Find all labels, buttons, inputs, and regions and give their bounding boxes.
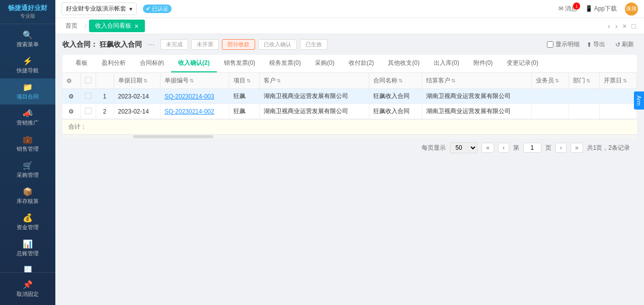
td-project: 狂飙 — [229, 104, 259, 119]
per-page-select[interactable]: 50 100 200 — [450, 142, 477, 153]
select-all-checkbox[interactable] — [85, 77, 92, 83]
show-detail-checkbox[interactable]: 显示明细 — [547, 40, 580, 49]
prev-page-button[interactable]: ‹ — [498, 143, 509, 153]
inner-tab-合同标的[interactable]: 合同标的 — [133, 55, 171, 72]
td-bill-no[interactable]: SQ-20230214-002 — [160, 104, 229, 119]
th-open-date[interactable]: 开票日⇅ — [599, 73, 636, 89]
td-settings[interactable]: ⚙ — [62, 89, 80, 104]
inner-tab-变更记录[interactable]: 变更记录(0) — [500, 55, 545, 72]
page-number-input[interactable] — [523, 143, 541, 153]
side-tooltip[interactable]: Arm — [634, 91, 644, 110]
row-checkbox[interactable] — [85, 108, 92, 114]
app-download-button[interactable]: 📱 App下载 — [585, 5, 617, 13]
th-bill-no[interactable]: 单据编号⇅ — [160, 73, 229, 89]
sort-customer-icon: ⇅ — [277, 78, 281, 83]
td-contract: 狂飙收入合同 — [369, 89, 422, 104]
th-settings[interactable]: ⚙ — [62, 73, 80, 89]
horizontal-scrollbar[interactable] — [62, 134, 637, 138]
td-check[interactable] — [80, 104, 96, 119]
td-bill-no[interactable]: SQ-20230214-003 — [160, 89, 229, 104]
app-download-label: App下载 — [594, 5, 617, 12]
inner-tab-出入库[interactable]: 出入库(0) — [427, 55, 466, 72]
status-btn-uninvoiced[interactable]: 未开票 — [191, 39, 219, 50]
bill-no-link[interactable]: SQ-20230214-003 — [165, 93, 214, 100]
sidebar-item-label: 搜索菜单 — [17, 41, 39, 48]
th-contract[interactable]: 合同名称⇅ — [369, 73, 422, 89]
inner-tab-附件[interactable]: 附件(0) — [466, 55, 500, 72]
export-label: 导出 — [593, 40, 605, 49]
sidebar-item-营销推广[interactable]: 📣营销推广 — [0, 105, 55, 131]
tab-prev-button[interactable]: ‹ — [606, 21, 612, 31]
message-button[interactable]: ✉ 消息 1 — [558, 5, 577, 13]
sidebar-item-搜索菜单[interactable]: 🔍搜索菜单 — [0, 26, 55, 52]
inner-tab-采购[interactable]: 采购(0) — [308, 55, 342, 72]
sidebar: 畅捷通好业财 专业版 🔍搜索菜单⚡快捷导航📁项目合同📣营销推广💼销售管理🛒采购管… — [0, 0, 55, 305]
sort-settle-icon: ⇅ — [451, 78, 455, 83]
th-project[interactable]: 项目⇅ — [229, 73, 259, 89]
company-selector[interactable]: 好业财专业版演示帐套 ▾ — [61, 3, 137, 15]
status-btn-partial[interactable]: 部分收款 — [222, 39, 255, 50]
tab-home[interactable]: 首页 — [61, 22, 82, 30]
tab-contract-board[interactable]: 收入合同看板 × — [89, 20, 144, 32]
refresh-button[interactable]: ↺ 刷新 — [612, 39, 637, 50]
sidebar-item-unpin[interactable]: 📌 取消固定 — [0, 276, 55, 302]
inner-tab-收付款[interactable]: 收付款(2) — [342, 55, 381, 72]
tab-controls: ‹ › × □ — [606, 21, 638, 31]
sidebar-item-销售管理[interactable]: 💼销售管理 — [0, 131, 55, 157]
inner-tab-看板[interactable]: 看板 — [68, 55, 95, 72]
sidebar-item-发票管理[interactable]: 🧾发票管理 — [0, 261, 55, 272]
sidebar-item-资金管理[interactable]: 💰资金管理 — [0, 209, 55, 235]
first-page-button[interactable]: « — [481, 143, 494, 153]
side-tooltip-text: Arm — [636, 95, 642, 106]
row-checkbox[interactable] — [85, 92, 92, 99]
td-dept — [569, 104, 599, 119]
next-page-button[interactable]: › — [555, 143, 567, 153]
more-button[interactable]: ··· — [148, 40, 154, 49]
last-page-button[interactable]: » — [571, 143, 583, 153]
tab-close-icon[interactable]: × — [134, 22, 138, 30]
sidebar-item-项目合同[interactable]: 📁项目合同 — [0, 78, 55, 105]
td-dept — [569, 89, 599, 104]
app-logo-sub: 专业版 — [0, 13, 55, 20]
data-table: ⚙ 单据日期⇅ 单据编号⇅ 项目⇅ 客户⇅ 合同名称⇅ 结算客户⇅ 业务员⇅ 部… — [62, 73, 637, 119]
sidebar-item-快捷导航[interactable]: ⚡快捷导航 — [0, 52, 55, 78]
check-icon: ✔ — [146, 6, 150, 12]
tab-next-button[interactable]: › — [613, 21, 620, 31]
sort-bill-icon: ⇅ — [190, 78, 194, 83]
status-btn-confirmed[interactable]: 已收入确认 — [258, 39, 297, 50]
sidebar-icon: 🧾 — [23, 265, 33, 272]
sidebar-item-库存核算[interactable]: 📦库存核算 — [0, 183, 55, 209]
show-detail-input[interactable] — [547, 41, 553, 48]
sidebar-item-采购管理[interactable]: 🛒采购管理 — [0, 157, 55, 183]
status-btn-incomplete[interactable]: 未完成 — [160, 39, 188, 50]
chevron-down-icon: ▾ — [129, 6, 132, 13]
sidebar-item-总账管理[interactable]: 📊总账管理 — [0, 235, 55, 261]
inner-tab-盈利分析[interactable]: 盈利分析 — [95, 55, 133, 72]
table-row[interactable]: ⚙ 1 2023-02-14 SQ-20230214-003 狂飙 湖南卫视商业… — [62, 89, 637, 104]
inner-tab-税务发票[interactable]: 税务发票(0) — [262, 55, 308, 72]
export-button[interactable]: ⬆ 导出 — [584, 39, 608, 50]
content-box: 看板盈利分析合同标的收入确认(2)销售发票(0)税务发票(0)采购(0)收付款(… — [62, 55, 637, 138]
table-row[interactable]: ⚙ 2 2023-02-14 SQ-20230214-002 狂飙 湖南卫视商业… — [62, 104, 637, 119]
title-prefix: 收入合同： — [62, 40, 98, 48]
page-label: 第 — [513, 144, 519, 152]
sidebar-icon: 💼 — [23, 135, 33, 144]
th-salesperson[interactable]: 业务员⇅ — [532, 73, 569, 89]
tab-close-all-button[interactable]: × — [620, 21, 628, 31]
td-settings[interactable]: ⚙ — [62, 104, 80, 119]
th-settle-customer[interactable]: 结算客户⇅ — [422, 73, 531, 89]
page-header: 收入合同： 狂飙收入合同 ··· 未完成未开票部分收款已收入确认已生效 显示明细… — [62, 39, 637, 50]
inner-tab-其他收支[interactable]: 其他收支(0) — [381, 55, 427, 72]
bill-no-link[interactable]: SQ-20230214-002 — [165, 108, 214, 115]
tab-pin-button[interactable]: □ — [630, 21, 638, 31]
sidebar-item-label: 总账管理 — [17, 250, 39, 257]
table-wrapper: ⚙ 单据日期⇅ 单据编号⇅ 项目⇅ 客户⇅ 合同名称⇅ 结算客户⇅ 业务员⇅ 部… — [62, 73, 637, 119]
inner-tab-销售发票[interactable]: 销售发票(0) — [217, 55, 263, 72]
status-btn-effective[interactable]: 已生效 — [300, 39, 328, 50]
inner-tab-收入确认[interactable]: 收入确认(2) — [171, 55, 217, 72]
th-customer[interactable]: 客户⇅ — [259, 73, 369, 89]
th-date[interactable]: 单据日期⇅ — [114, 73, 160, 89]
td-check[interactable] — [80, 89, 96, 104]
sidebar-icon: 📁 — [23, 82, 33, 92]
th-dept[interactable]: 部门⇅ — [569, 73, 599, 89]
